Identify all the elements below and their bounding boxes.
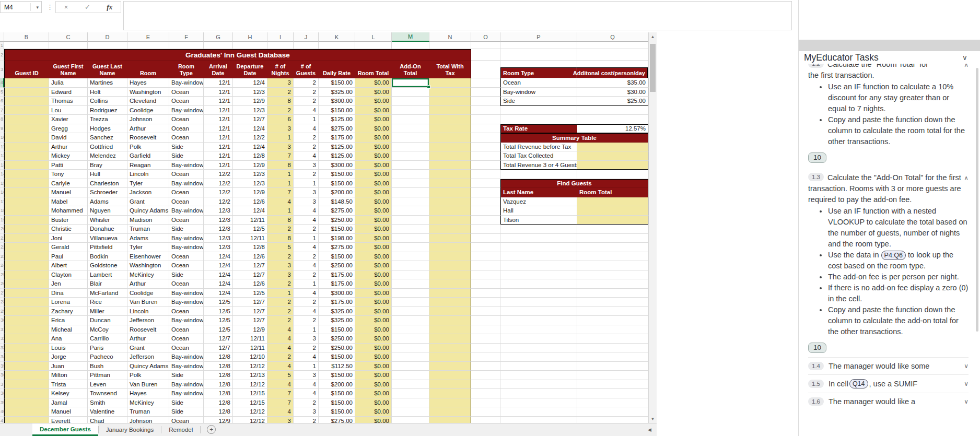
- cell-J16[interactable]: 3: [294, 188, 319, 197]
- cell-D17[interactable]: Adams: [88, 197, 127, 207]
- cell-N35[interactable]: [429, 362, 471, 371]
- cell-G36[interactable]: 12/8: [204, 371, 233, 380]
- row-header-21[interactable]: 21: [0, 234, 4, 243]
- cell-K36[interactable]: $150.00: [319, 371, 355, 380]
- cell-D34[interactable]: Pacheco: [88, 352, 127, 362]
- cell-E38[interactable]: Hayes: [127, 389, 169, 398]
- cell-Q4[interactable]: $35.00: [577, 78, 648, 88]
- cell-Q36[interactable]: [577, 371, 648, 380]
- cell-F7[interactable]: Bay-window: [169, 106, 204, 115]
- cell-J31[interactable]: 1: [294, 325, 319, 335]
- cell-F35[interactable]: Bay-window: [169, 362, 204, 371]
- cell-J17[interactable]: 3: [294, 197, 319, 207]
- cell-J8[interactable]: 1: [294, 115, 319, 124]
- cell-L23[interactable]: $0.00: [355, 252, 392, 262]
- cell-O31[interactable]: [471, 325, 500, 335]
- cell-L17[interactable]: $0.00: [355, 197, 392, 207]
- cell-C16[interactable]: Manuel: [49, 188, 88, 197]
- cell-E10[interactable]: Roosevelt: [127, 133, 169, 143]
- cell-F23[interactable]: Ocean: [169, 252, 204, 262]
- row-header-38[interactable]: 38: [0, 389, 4, 398]
- column-header-L[interactable]: L: [355, 32, 392, 42]
- cell-E11[interactable]: Polk: [127, 143, 169, 152]
- cell-N10[interactable]: [429, 133, 471, 143]
- cell-G34[interactable]: 12/8: [204, 352, 233, 362]
- row-header-11[interactable]: 11: [0, 143, 4, 152]
- cell-M9[interactable]: [392, 124, 429, 134]
- cell-I4[interactable]: 3: [267, 78, 294, 88]
- cell-D18[interactable]: Nguyen: [88, 206, 127, 216]
- cell-E19[interactable]: Madison: [127, 216, 169, 225]
- cell-F10[interactable]: Ocean: [169, 133, 204, 143]
- cell-L34[interactable]: $0.00: [355, 352, 392, 362]
- cell-J6[interactable]: 2: [294, 97, 319, 106]
- cell-F39[interactable]: Side: [169, 398, 204, 408]
- row-header-16[interactable]: 16: [0, 188, 4, 197]
- cell-B6[interactable]: [4, 97, 49, 106]
- cell-H27[interactable]: 12/5: [233, 289, 267, 298]
- row-header-15[interactable]: 15: [0, 179, 4, 188]
- cell-D41[interactable]: Chad: [88, 417, 127, 423]
- row-header-6[interactable]: 6: [0, 97, 4, 106]
- cell-M21[interactable]: [392, 234, 429, 243]
- cell-D38[interactable]: Townsend: [88, 389, 127, 398]
- cell-N22[interactable]: [429, 243, 471, 252]
- cell-O21[interactable]: [471, 234, 500, 243]
- cell-C14[interactable]: Tony: [49, 170, 88, 179]
- cell-J22[interactable]: 4: [294, 243, 319, 252]
- cell-E40[interactable]: Truman: [127, 407, 169, 417]
- cell-C35[interactable]: Juan: [49, 362, 88, 371]
- scroll-up-icon[interactable]: ▲: [649, 32, 657, 41]
- cell-G13[interactable]: 12/1: [204, 161, 233, 170]
- cell-B22[interactable]: [4, 243, 49, 252]
- cell-I38[interactable]: 7: [267, 389, 294, 398]
- cell-D40[interactable]: Valentine: [88, 407, 127, 417]
- cell-D35[interactable]: Bush: [88, 362, 127, 371]
- cell-I34[interactable]: 2: [267, 352, 294, 362]
- cell-H26[interactable]: 12/6: [233, 279, 267, 289]
- cell-B40[interactable]: [4, 407, 49, 417]
- cell-I20[interactable]: 2: [267, 225, 294, 234]
- cell-L33[interactable]: $0.00: [355, 344, 392, 353]
- cell-K7[interactable]: $150.00: [319, 106, 355, 115]
- cell-M28[interactable]: [392, 298, 429, 307]
- cell-M38[interactable]: [392, 389, 429, 398]
- cell-F4[interactable]: Bay-window: [169, 78, 204, 88]
- cell-H30[interactable]: 12/7: [233, 316, 267, 325]
- cell-M10[interactable]: [392, 133, 429, 143]
- cell-Q2[interactable]: [577, 49, 648, 61]
- cell-Q16[interactable]: Room Total: [577, 188, 648, 197]
- row-header-31[interactable]: 31: [0, 325, 4, 335]
- cell-I36[interactable]: 5: [267, 371, 294, 380]
- cell-M33[interactable]: [392, 344, 429, 353]
- cell-O14[interactable]: [471, 170, 500, 179]
- cell-L16[interactable]: $0.00: [355, 188, 392, 197]
- column-header-B[interactable]: B: [4, 32, 49, 42]
- row-header-39[interactable]: 39: [0, 398, 4, 408]
- cell-N4[interactable]: [429, 78, 471, 88]
- cell-K35[interactable]: $112.50: [319, 362, 355, 371]
- column-header-N[interactable]: N: [429, 32, 471, 42]
- column-header-O[interactable]: O: [471, 32, 500, 42]
- cell-Q33[interactable]: [577, 344, 648, 353]
- cell-P29[interactable]: [500, 307, 577, 316]
- cell-C25[interactable]: Clayton: [49, 270, 88, 280]
- cell-K17[interactable]: $148.50: [319, 197, 355, 207]
- cell-E1[interactable]: [127, 42, 169, 49]
- row-header-22[interactable]: 22: [0, 243, 4, 252]
- cell-N27[interactable]: [429, 289, 471, 298]
- cell-L35[interactable]: $0.00: [355, 362, 392, 371]
- cell-B11[interactable]: [4, 143, 49, 152]
- cell-H28[interactable]: 12/7: [233, 298, 267, 307]
- cell-K9[interactable]: $275.00: [319, 124, 355, 134]
- cell-K20[interactable]: $150.00: [319, 225, 355, 234]
- row-header-17[interactable]: 17: [0, 197, 4, 207]
- cell-F38[interactable]: Bay-window: [169, 389, 204, 398]
- cell-O26[interactable]: [471, 279, 500, 289]
- cell-E37[interactable]: Van Buren: [127, 380, 169, 390]
- cell-K13[interactable]: $300.00: [319, 161, 355, 170]
- cell-J35[interactable]: 1: [294, 362, 319, 371]
- cell-L13[interactable]: $0.00: [355, 161, 392, 170]
- cell-G18[interactable]: 12/3: [204, 206, 233, 216]
- cell-Q12[interactable]: [577, 151, 648, 161]
